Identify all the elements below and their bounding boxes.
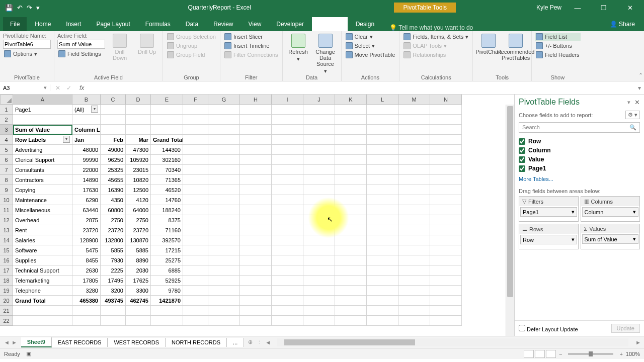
insert-timeline-button[interactable]: Insert Timeline (223, 42, 279, 50)
fx-icon[interactable]: fx (76, 84, 87, 92)
insert-slicer-button[interactable]: Insert Slicer (223, 33, 279, 41)
sheet-tabs-bar: ◄► Sheet9 EAST RECORDS WEST RECORDS NORT… (0, 336, 644, 348)
tab-design[interactable]: Design (349, 17, 381, 31)
fields-layout-icon[interactable]: ⚙ ▾ (625, 111, 640, 119)
tab-page-layout[interactable]: Page Layout (89, 17, 137, 31)
tab-developer[interactable]: Developer (269, 17, 311, 31)
options-button[interactable]: Options ▾ (3, 50, 51, 58)
values-icon: Σ (584, 226, 588, 232)
tab-analyze[interactable]: Analyze (312, 17, 348, 31)
values-item[interactable]: Sum of Value▾ (582, 234, 639, 244)
sheet-tab-sheet9[interactable]: Sheet9 (21, 337, 52, 347)
filter-icon: ▽ (522, 198, 526, 205)
zoom-in-icon[interactable]: + (619, 351, 622, 357)
hscroll-right-icon[interactable]: ► (632, 339, 644, 345)
close-icon[interactable]: ✕ (620, 4, 640, 12)
relationships-button: Relationships (403, 51, 469, 59)
page-layout-view-icon[interactable] (535, 350, 545, 358)
tab-data[interactable]: Data (179, 17, 205, 31)
hscroll-left-icon[interactable]: ◄ (262, 339, 274, 345)
minimize-icon[interactable]: — (568, 4, 588, 12)
undo-icon[interactable]: ↶ (17, 4, 23, 12)
plus-minus-buttons-toggle[interactable]: +/- Buttons (535, 42, 580, 50)
select-button[interactable]: Select ▾ (345, 42, 396, 50)
field-list-toggle[interactable]: Field List (535, 33, 580, 41)
pivottable-name-label: PivotTable Name: (3, 33, 51, 39)
columns-area[interactable]: ▥Columns Column▾ (581, 196, 640, 222)
field-settings-button[interactable]: Field Settings (57, 50, 105, 58)
tab-view[interactable]: View (242, 17, 269, 31)
sheet-nav-next-icon[interactable]: ► (12, 339, 17, 345)
more-tables-link[interactable]: More Tables... (519, 173, 640, 182)
macro-record-icon[interactable]: ▣ (26, 350, 31, 357)
tell-me[interactable]: 💡 Tell me what you want to do (382, 24, 600, 31)
sheet-tab-east[interactable]: EAST RECORDS (52, 338, 108, 347)
rows-area[interactable]: ☰Rows Row▾ (519, 224, 579, 249)
horizontal-scrollbar[interactable] (278, 338, 628, 346)
user-name[interactable]: Kyle Pew (536, 4, 561, 11)
pivottable-name-input[interactable] (3, 40, 51, 49)
fields-search-input[interactable]: Search🔍 (519, 122, 640, 133)
context-tools-label: PivotTable Tools (394, 3, 456, 13)
field-row[interactable]: Row (519, 137, 640, 146)
cancel-formula-icon: ✕ (55, 84, 60, 92)
sheet-tab-more[interactable]: ... (227, 338, 244, 347)
defer-layout-checkbox[interactable]: Defer Layout Update (519, 325, 578, 332)
tab-insert[interactable]: Insert (59, 17, 88, 31)
field-value[interactable]: Value (519, 155, 640, 164)
redo-icon[interactable]: ↷ (27, 4, 32, 12)
group-actions: Actions (345, 74, 396, 81)
group-field-button: Group Field (166, 51, 217, 59)
fields-pane-dropdown-icon[interactable]: ▾ (627, 99, 630, 106)
drill-up-button: Drill Up (134, 33, 159, 55)
filters-area[interactable]: ▽Filters Page1▾ (519, 196, 579, 222)
drag-areas-label: Drag fields between areas below: (515, 184, 644, 196)
cell-grid[interactable]: ABCDEFGHIJKLMN 1Page1(All)▾23Sum of Valu… (0, 95, 514, 336)
update-button: Update (611, 324, 640, 333)
search-icon: 🔍 (629, 124, 636, 131)
recommended-pivottables-button[interactable]: Recommended PivotTables (503, 33, 528, 61)
restore-icon[interactable]: ❐ (594, 4, 614, 12)
tab-formulas[interactable]: Formulas (138, 17, 178, 31)
vertical-scrollbar[interactable] (506, 105, 514, 336)
zoom-level[interactable]: 100% (626, 351, 640, 357)
drill-down-button: Drill Down (107, 33, 132, 61)
tab-review[interactable]: Review (206, 17, 240, 31)
sheet-nav-prev-icon[interactable]: ◄ (4, 339, 10, 345)
clear-button[interactable]: Clear ▾ (345, 33, 396, 41)
change-data-source-button[interactable]: Change Data Source▾ (313, 33, 338, 74)
ribbon-collapse-icon[interactable]: ˆ (639, 72, 642, 80)
sheet-tab-west[interactable]: WEST RECORDS (108, 338, 166, 347)
pivottable-fields-pane: PivotTable Fields ▾ ✕ Choose fields to a… (514, 95, 644, 336)
tab-home[interactable]: Home (28, 17, 58, 31)
active-field-input[interactable] (57, 40, 105, 49)
filters-item[interactable]: Page1▾ (520, 207, 577, 217)
group-selection-button: Group Selection (166, 33, 217, 41)
name-box[interactable]: A3▾ (0, 84, 50, 91)
zoom-slider[interactable] (568, 353, 613, 355)
qat-customize-icon[interactable]: ▾ (36, 4, 40, 12)
field-page1[interactable]: Page1 (519, 164, 640, 173)
refresh-button[interactable]: Refresh▾ (286, 33, 311, 62)
values-area[interactable]: ΣValues Sum of Value▾ (581, 224, 640, 249)
field-column[interactable]: Column (519, 146, 640, 155)
new-sheet-icon[interactable]: ⊕ (244, 339, 257, 345)
share-button[interactable]: 👤 Share (601, 17, 644, 31)
group-active-field: Active Field (57, 74, 159, 81)
zoom-out-icon[interactable]: − (559, 351, 562, 357)
field-headers-toggle[interactable]: Field Headers (535, 51, 580, 59)
title-bar: 💾 ↶ ↷ ▾ QuarterlyReport - Excel PivotTab… (0, 0, 644, 15)
tab-file[interactable]: File (3, 17, 27, 31)
columns-item[interactable]: Column▾ (582, 207, 639, 217)
save-icon[interactable]: 💾 (5, 4, 13, 12)
move-pivottable-button[interactable]: Move PivotTable (345, 51, 396, 59)
group-pivottable: PivotTable (3, 74, 51, 81)
normal-view-icon[interactable] (524, 350, 534, 358)
ribbon-tabs: File Home Insert Page Layout Formulas Da… (0, 15, 644, 31)
sheet-tab-north[interactable]: NORTH RECORDS (166, 338, 227, 347)
rows-item[interactable]: Row▾ (520, 235, 577, 244)
fields-pane-close-icon[interactable]: ✕ (634, 99, 640, 106)
fields-items-sets-button[interactable]: Fields, Items, & Sets ▾ (403, 33, 469, 41)
page-break-view-icon[interactable] (546, 350, 556, 358)
formula-expand-icon[interactable]: ▾ (635, 84, 644, 92)
